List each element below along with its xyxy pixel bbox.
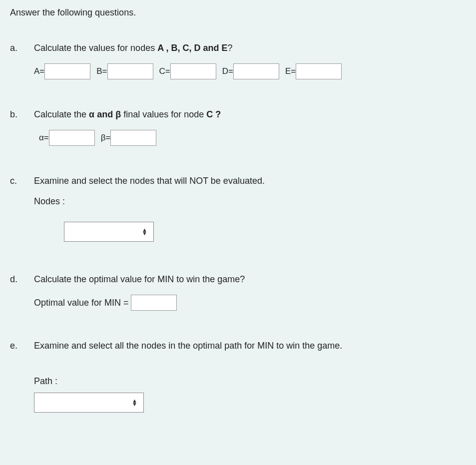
question-c-text: Examine and select the nodes that will N… (34, 176, 466, 186)
input-alpha[interactable] (49, 130, 95, 146)
question-c-letter: c. (10, 176, 25, 186)
question-e: e. Examine and select all the nodes in t… (10, 341, 466, 415)
path-select[interactable]: ▲▼ (34, 393, 144, 413)
label-b: B= (96, 66, 107, 76)
select-caret-icon: ▲▼ (132, 399, 137, 406)
input-b[interactable] (107, 63, 153, 79)
question-e-letter: e. (10, 341, 25, 351)
input-d[interactable] (233, 63, 279, 79)
label-beta: β= (101, 133, 111, 143)
label-d: D= (222, 66, 233, 76)
question-d-text: Calculate the optimal value for MIN to w… (34, 274, 466, 285)
select-caret-icon: ▲▼ (142, 228, 147, 235)
question-b: b. Calculate the α and β final values fo… (10, 109, 466, 146)
page-title: Answer the following questions. (10, 7, 466, 18)
label-c: C= (159, 66, 170, 76)
optimal-label: Optimal value for MIN = (34, 298, 129, 308)
nodes-select[interactable]: ▲▼ (64, 222, 154, 242)
input-e[interactable] (296, 63, 342, 79)
label-e: E= (285, 66, 296, 76)
input-optimal[interactable] (131, 295, 177, 311)
label-a: A= (34, 66, 44, 76)
path-label: Path : (34, 376, 466, 387)
nodes-label: Nodes : (34, 196, 466, 207)
question-b-text: Calculate the α and β final values for n… (34, 109, 466, 120)
input-beta[interactable] (110, 130, 156, 146)
question-a: a. Calculate the values for nodes A , B,… (10, 43, 466, 79)
question-c: c. Examine and select the nodes that wil… (10, 176, 466, 244)
question-d-letter: d. (10, 274, 25, 285)
input-c[interactable] (170, 63, 216, 79)
input-a[interactable] (44, 63, 90, 79)
label-alpha: α= (39, 133, 49, 143)
question-e-text: Examine and select all the nodes in the … (34, 341, 466, 351)
question-d: d. Calculate the optimal value for MIN t… (10, 274, 466, 311)
question-b-letter: b. (10, 109, 25, 120)
question-a-letter: a. (10, 43, 25, 53)
question-a-text: Calculate the values for nodes A , B, C,… (34, 43, 466, 53)
